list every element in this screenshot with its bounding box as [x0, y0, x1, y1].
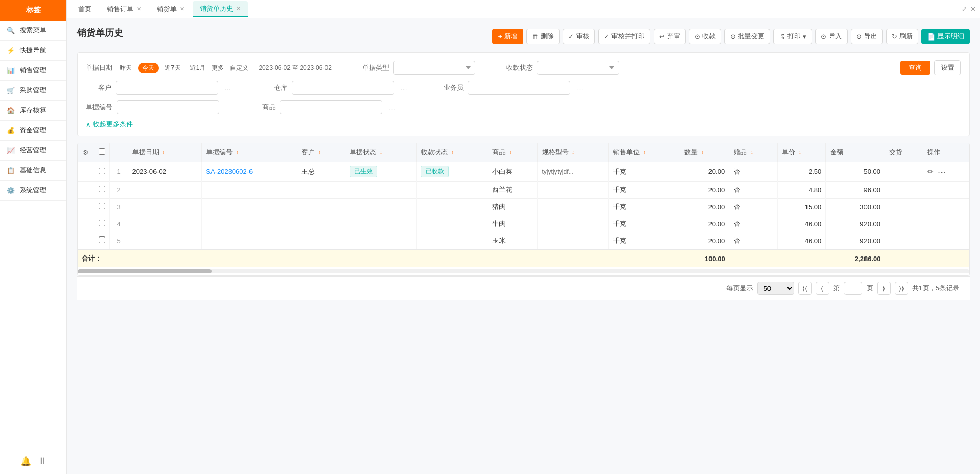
row-checkbox-3[interactable] — [99, 220, 105, 226]
sidebar-item-quick-nav[interactable]: ⚡ 快捷导航 — [0, 41, 66, 61]
filter-warehouse-label: 仓库 — [262, 83, 287, 92]
approve-print-button[interactable]: ✓ 审核并打印 — [598, 29, 650, 44]
export-button[interactable]: ⊙ 导出 — [851, 29, 883, 44]
filter-salesperson-input[interactable] — [468, 81, 570, 95]
delete-button[interactable]: 🗑 删除 — [526, 29, 560, 44]
filter-docno-label: 单据编号 — [86, 103, 112, 112]
sort-goods-icon[interactable]: ↕ — [509, 150, 512, 155]
basic-info-icon: 📋 — [6, 166, 15, 175]
tab-maximize-icon[interactable]: ⤢ — [962, 5, 967, 13]
td-unitprice: 15.00 — [778, 199, 826, 215]
filter-row-2: 客户 … 仓库 … 业务员 … — [86, 81, 961, 95]
th-amount-label: 金额 — [830, 148, 843, 156]
filter-doctype-select[interactable] — [393, 61, 475, 75]
td-collectstatus — [417, 232, 488, 250]
per-page-select[interactable]: 50 100 200 — [757, 282, 794, 295]
row-checkbox-2[interactable] — [99, 203, 105, 209]
import-button[interactable]: ⊙ 导入 — [815, 29, 848, 44]
gear-icon[interactable]: ⚙ — [83, 149, 89, 156]
td-qty: 20.00 — [680, 215, 729, 232]
sort-unitprice-icon[interactable]: ↕ — [799, 150, 801, 155]
date-btn-today[interactable]: 今天 — [138, 63, 159, 73]
tab-sales-order-close[interactable]: ✕ — [137, 6, 141, 12]
approve-button[interactable]: ✓ 审核 — [563, 29, 595, 44]
sort-docstatus-icon[interactable]: ↕ — [380, 150, 382, 155]
sort-gift-icon[interactable]: ↕ — [751, 150, 753, 155]
td-gear — [78, 232, 94, 250]
date-btn-yesterday[interactable]: 昨天 — [117, 63, 135, 73]
sort-collectstatus-icon[interactable]: ↕ — [451, 150, 454, 155]
sidebar-item-sys-mgmt[interactable]: ⚙️ 系统管理 — [0, 181, 66, 201]
first-page-button[interactable]: ⟨⟨ — [798, 282, 812, 295]
filter-customer-input[interactable] — [116, 81, 218, 95]
date-btn-more[interactable]: 更多 — [212, 64, 224, 72]
td-unitprice: 4.80 — [778, 182, 826, 199]
page-number-input[interactable]: 1 — [844, 282, 862, 295]
sidebar-item-inventory[interactable]: 🏠 库存核算 — [0, 101, 66, 121]
tab-sales-goods-close[interactable]: ✕ — [180, 6, 184, 12]
prev-page-button[interactable]: ⟨ — [816, 282, 829, 295]
summary-amount: 2,286.00 — [826, 249, 885, 267]
tab-close-all-icon[interactable]: ✕ — [970, 5, 976, 13]
sidebar-item-basic-info[interactable]: 📋 基础信息 — [0, 161, 66, 181]
settings-button[interactable]: 设置 — [934, 60, 961, 75]
horizontal-scrollbar[interactable] — [78, 269, 969, 273]
refresh-button[interactable]: ↻ 刷新 — [886, 29, 918, 44]
sidebar-item-ops-mgmt[interactable]: 📈 经营管理 — [0, 141, 66, 161]
collect-button[interactable]: ⊙ 收款 — [689, 29, 721, 44]
edit-icon[interactable]: ✏ — [927, 167, 934, 176]
date-btn-custom[interactable]: 自定义 — [227, 63, 252, 73]
filter-collect-select[interactable] — [537, 61, 619, 75]
collapse-button[interactable]: ∧ 收起更多条件 — [86, 120, 961, 129]
td-spec — [537, 199, 609, 215]
date-btn-7days[interactable]: 近7天 — [162, 63, 184, 73]
sort-unit-icon[interactable]: ↕ — [643, 150, 646, 155]
scrollbar-thumb[interactable] — [78, 269, 212, 273]
sidebar-bottom-icon1[interactable]: 🔔 — [20, 456, 31, 467]
tab-home[interactable]: 首页 — [71, 1, 99, 17]
sort-spec-icon[interactable]: ↕ — [572, 150, 574, 155]
td-collectstatus — [417, 215, 488, 232]
sort-qty-icon[interactable]: ↕ — [701, 150, 704, 155]
approve-label: 审核 — [576, 32, 589, 41]
more-action-icon[interactable]: ⋯ — [938, 167, 946, 176]
doc-no-link[interactable]: SA-20230602-6 — [206, 168, 253, 175]
last-page-button[interactable]: ⟩⟩ — [895, 282, 908, 295]
tab-sales-goods[interactable]: 销货单 ✕ — [149, 1, 191, 17]
next-page-button[interactable]: ⟩ — [877, 282, 891, 295]
print-button[interactable]: 🖨 打印 ▾ — [773, 29, 812, 44]
filter-docno-input[interactable] — [117, 100, 219, 114]
sidebar-item-label: 快捷导航 — [20, 46, 46, 55]
tab-sales-history-close[interactable]: ✕ — [236, 5, 241, 12]
batch-change-button[interactable]: ⊙ 批量变更 — [724, 29, 770, 44]
query-button[interactable]: 查询 — [900, 61, 930, 75]
th-docstatus: 单据状态 ↕ — [345, 143, 417, 162]
td-goods: 玉米 — [488, 232, 537, 250]
td-docstatus — [345, 199, 417, 215]
purchase-mgmt-icon: 🛒 — [6, 86, 15, 95]
sort-docno-icon[interactable]: ↕ — [236, 150, 239, 155]
sort-date-icon[interactable]: ↕ — [162, 150, 165, 155]
sidebar-item-purchase-mgmt[interactable]: 🛒 采购管理 — [0, 81, 66, 101]
td-spec — [537, 182, 609, 199]
sidebar-item-sales-mgmt[interactable]: 📊 销售管理 — [0, 61, 66, 81]
row-checkbox-0[interactable] — [99, 168, 105, 174]
td-customer: 王总 — [297, 162, 345, 182]
sidebar-bottom-icon2[interactable]: ⏸ — [37, 456, 47, 467]
date-btn-1month[interactable]: 近1月 — [187, 63, 209, 73]
sidebar-item-search-menu[interactable]: 🔍 搜索菜单 — [0, 21, 66, 41]
td-docstatus — [345, 182, 417, 199]
show-detail-button[interactable]: 📄 显示明细 — [921, 29, 970, 44]
sidebar-item-finance-mgmt[interactable]: 💰 资金管理 — [0, 121, 66, 141]
sort-customer-icon[interactable]: ↕ — [318, 150, 321, 155]
add-button[interactable]: + 新增 — [492, 29, 523, 44]
filter-warehouse-input[interactable] — [292, 81, 394, 95]
filter-goods-input[interactable] — [280, 100, 382, 114]
tab-sales-order[interactable]: 销售订单 ✕ — [100, 1, 148, 17]
tab-sales-history[interactable]: 销货单历史 ✕ — [193, 1, 248, 17]
select-all-checkbox[interactable] — [99, 148, 105, 155]
row-checkbox-4[interactable] — [99, 236, 105, 243]
row-checkbox-1[interactable] — [99, 186, 105, 192]
td-goods: 猪肉 — [488, 199, 537, 215]
discard-button[interactable]: ↩ 弃审 — [654, 29, 686, 44]
